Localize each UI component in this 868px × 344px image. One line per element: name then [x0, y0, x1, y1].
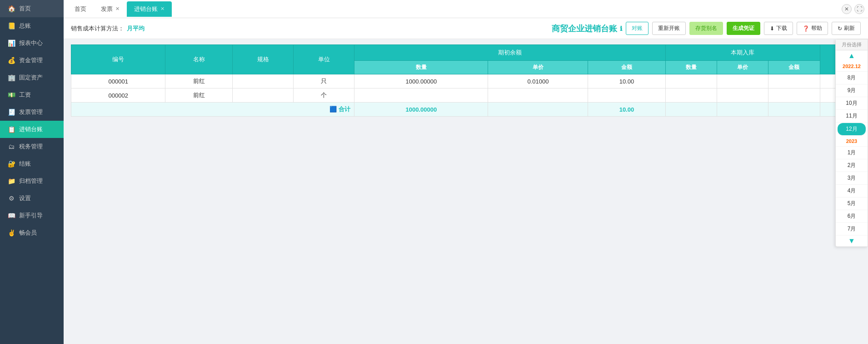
sidebar-item-general-ledger[interactable]: 📒 总账 — [0, 17, 64, 34]
month-item-7[interactable]: 7月 — [836, 223, 868, 236]
month-item-1[interactable]: 1月 — [836, 147, 868, 159]
cell-unit: 只 — [294, 74, 354, 88]
guide-icon: 📖 — [7, 212, 15, 219]
tab-purchase-sales-label: 进销台账 — [134, 5, 158, 13]
sidebar-item-label: 畅会员 — [19, 229, 37, 237]
month-nav-up[interactable]: ▲ — [836, 50, 868, 61]
month-item-8[interactable]: 8月 — [836, 72, 868, 84]
sidebar-item-label: 资金管理 — [19, 56, 43, 64]
cost-method-value: 月平均 — [127, 25, 145, 33]
tab-purchase-sales[interactable]: 进销台账 ✕ — [127, 1, 172, 17]
sidebar-item-label: 发票管理 — [19, 108, 43, 116]
table-row: 000002 前红 个 — [71, 88, 861, 103]
sidebar-item-reports[interactable]: 📊 报表中心 — [0, 34, 64, 52]
month-panel-title: 月份选择 — [836, 39, 868, 50]
sidebar-item-purchase-sales[interactable]: 📋 进销台账 — [0, 121, 64, 138]
sidebar: 🏠 首页 📒 总账 📊 报表中心 💰 资金管理 🏢 固定资产 💵 工资 🧾 发票… — [0, 0, 64, 344]
sub-col-opening-qty: 数量 — [354, 61, 488, 74]
month-item-4[interactable]: 4月 — [836, 185, 868, 197]
sub-col-in-qty: 数量 — [665, 61, 717, 74]
sidebar-item-label: 设置 — [19, 194, 31, 202]
sidebar-item-label: 税务管理 — [19, 143, 43, 151]
total-row: 🟦合计 1000.00000 10.00 — [71, 103, 861, 117]
col-header-spec: 规格 — [233, 45, 294, 74]
month-item-6[interactable]: 6月 — [836, 210, 868, 223]
reopen-button[interactable]: 重新开账 — [652, 22, 686, 35]
sidebar-item-close-accounts[interactable]: 🔐 结账 — [0, 155, 64, 172]
tax-icon: 🗂 — [7, 143, 15, 150]
sidebar-item-archive[interactable]: 📁 归档管理 — [0, 172, 64, 190]
sub-col-opening-price: 单价 — [488, 61, 588, 74]
window-controls: ✕ ⛶ — [842, 4, 864, 14]
sidebar-item-label: 固定资产 — [19, 74, 43, 82]
tab-invoice-close[interactable]: ✕ — [115, 6, 120, 12]
cell-opening-amount: 10.00 — [588, 74, 665, 88]
toolbar: 销售成本计算方法： 月平均 商贸企业进销台账 ℹ 对账 重新开账 存货别名 生成… — [64, 18, 868, 39]
cell-in-price — [717, 74, 768, 88]
sidebar-item-label: 归档管理 — [19, 177, 43, 185]
cell-name: 前红 — [165, 88, 233, 103]
year-2023-label: 2023 — [836, 136, 868, 147]
toolbar-right: 对账 重新开账 存货别名 生成凭证 ⬇ 下载 ❓ 帮助 ↻ 刷新 — [626, 22, 861, 35]
cell-opening-price — [488, 88, 588, 103]
generate-voucher-button[interactable]: 生成凭证 — [727, 22, 760, 35]
sidebar-item-label: 首页 — [19, 5, 31, 13]
total-in-qty — [665, 103, 717, 117]
total-in-amount — [768, 103, 820, 117]
sidebar-item-guide[interactable]: 📖 新手引导 — [0, 207, 64, 224]
cell-opening-qty — [354, 88, 488, 103]
toolbar-left: 销售成本计算方法： 月平均 — [71, 25, 548, 33]
window-maximize-button[interactable]: ⛶ — [854, 4, 864, 14]
info-icon: ℹ — [620, 25, 622, 32]
tab-home[interactable]: 首页 — [67, 1, 94, 17]
cell-in-amount — [768, 74, 820, 88]
sidebar-item-settings[interactable]: ⚙ 设置 — [0, 190, 64, 207]
sidebar-item-fixed-assets[interactable]: 🏢 固定资产 — [0, 69, 64, 86]
cell-spec — [233, 74, 294, 88]
sidebar-item-capital[interactable]: 💰 资金管理 — [0, 52, 64, 69]
page-title: 商贸企业进销台账 — [552, 23, 617, 34]
payroll-icon: 💵 — [7, 91, 15, 98]
download-button[interactable]: ⬇ 下载 — [764, 22, 793, 35]
cell-in-qty — [665, 74, 717, 88]
close-accounts-icon: 🔐 — [7, 160, 15, 167]
month-item-11[interactable]: 11月 — [836, 110, 868, 123]
reports-icon: 📊 — [7, 39, 15, 47]
cell-code: 000002 — [71, 88, 165, 103]
reconcile-button[interactable]: 对账 — [626, 22, 649, 35]
refresh-button[interactable]: ↻ 刷新 — [832, 22, 861, 35]
cell-name: 前红 — [165, 74, 233, 88]
sub-col-in-price: 单价 — [717, 61, 768, 74]
help-icon: ❓ — [803, 25, 809, 32]
month-item-12[interactable]: 12月 — [838, 123, 866, 136]
month-item-10[interactable]: 10月 — [836, 97, 868, 110]
save-as-button[interactable]: 存货别名 — [689, 22, 723, 35]
month-item-9[interactable]: 9月 — [836, 84, 868, 97]
month-item-5[interactable]: 5月 — [836, 197, 868, 210]
month-panel: 月份选择 ▲ 2022.128月 9月 10月 11月 12月 2023 1月 … — [835, 39, 868, 247]
col-header-unit: 单位 — [294, 45, 354, 74]
sidebar-item-vip[interactable]: ✌ 畅会员 — [0, 224, 64, 241]
sidebar-item-home[interactable]: 🏠 首页 — [0, 0, 64, 17]
total-opening-qty: 1000.00000 — [354, 103, 488, 117]
sidebar-item-tax-mgmt[interactable]: 🗂 税务管理 — [0, 138, 64, 155]
settings-icon: ⚙ — [7, 195, 15, 202]
window-close-button[interactable]: ✕ — [842, 4, 852, 14]
table-container: 月份选择 ▲ 2022.128月 9月 10月 11月 12月 2023 1月 … — [64, 39, 868, 344]
tab-invoice-label: 发票 — [101, 5, 113, 13]
tab-purchase-sales-close[interactable]: ✕ — [160, 6, 165, 12]
tab-invoice[interactable]: 发票 ✕ — [94, 1, 127, 17]
sidebar-item-payroll[interactable]: 💵 工资 — [0, 86, 64, 103]
month-item-2[interactable]: 2月 — [836, 159, 868, 172]
sidebar-item-invoice-mgmt[interactable]: 🧾 发票管理 — [0, 103, 64, 121]
month-nav-down[interactable]: ▼ — [836, 236, 868, 246]
cell-code: 000001 — [71, 74, 165, 88]
help-button[interactable]: ❓ 帮助 — [797, 22, 828, 35]
sub-col-in-amount: 金额 — [768, 61, 820, 74]
capital-icon: 💰 — [7, 57, 15, 64]
tab-home-label: 首页 — [75, 5, 86, 13]
tabs-bar: 首页 发票 ✕ 进销台账 ✕ ✕ ⛶ — [64, 0, 868, 18]
sub-col-opening-amount: 金额 — [588, 61, 665, 74]
month-item-3[interactable]: 3月 — [836, 172, 868, 185]
cell-unit: 个 — [294, 88, 354, 103]
